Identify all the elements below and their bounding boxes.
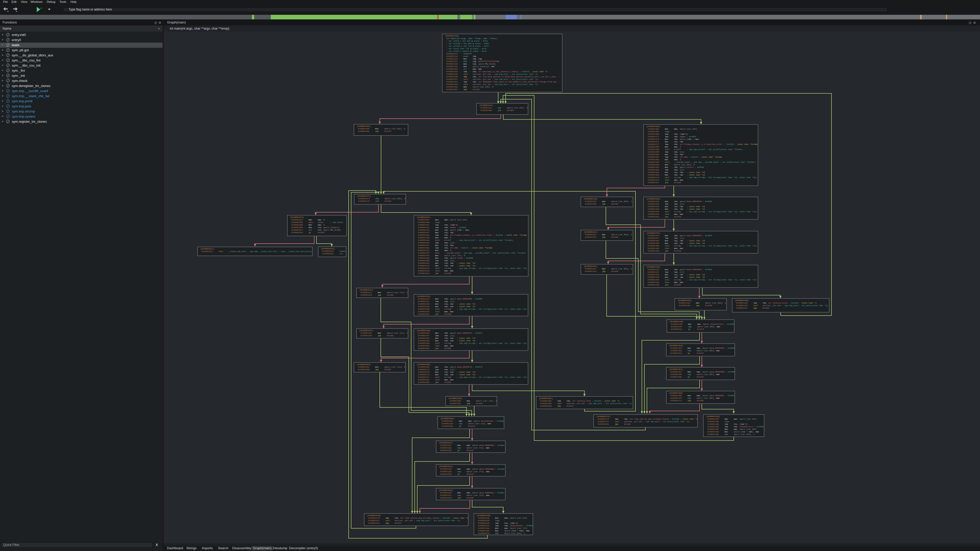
svg-text:D: D (41, 7, 42, 10)
